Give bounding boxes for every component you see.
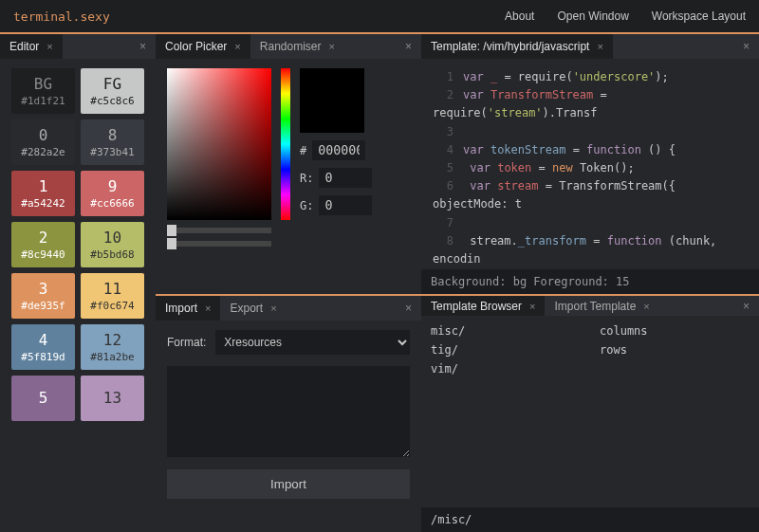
browser-item[interactable]: misc/ [431, 321, 581, 340]
format-label: Format: [167, 336, 206, 349]
close-icon[interactable]: × [329, 41, 335, 52]
swatch-13[interactable]: 13 [81, 376, 144, 421]
panel-close-icon[interactable]: × [733, 300, 759, 313]
swatch-8[interactable]: 8#373b41 [81, 119, 144, 165]
r-input[interactable] [319, 168, 372, 188]
saturation-box[interactable] [167, 68, 271, 220]
code-viewer: 1var _ = require('underscore');2var Tran… [421, 59, 759, 269]
swatch-5[interactable]: 5 [11, 376, 75, 421]
close-icon[interactable]: × [529, 301, 535, 312]
format-select[interactable]: Xresources [215, 330, 410, 355]
status-bar: Background: bg Foreground: 15 [421, 269, 759, 294]
swatch-10[interactable]: 10#b5bd68 [81, 222, 144, 267]
panel-close-icon[interactable]: × [130, 40, 156, 53]
panel-close-icon[interactable]: × [396, 302, 421, 315]
swatch-BG[interactable]: BG#1d1f21 [11, 68, 75, 114]
tab-randomiser[interactable]: Randomiser× [250, 34, 344, 59]
hue-bar[interactable] [281, 68, 290, 220]
tab-template-browser[interactable]: Template Browser× [421, 296, 545, 316]
nav-about[interactable]: About [505, 9, 534, 23]
browser-item[interactable]: rows [600, 340, 750, 359]
swatch-1[interactable]: 1#a54242 [11, 171, 75, 216]
close-icon[interactable]: × [597, 41, 602, 52]
browser-item[interactable]: vim/ [431, 359, 581, 378]
swatch-3[interactable]: 3#de935f [11, 273, 75, 319]
import-button[interactable]: Import [167, 469, 410, 499]
close-icon[interactable]: × [234, 41, 240, 52]
swatch-11[interactable]: 11#f0c674 [81, 273, 144, 319]
nav-workspace-layout[interactable]: Workspace Layout [652, 9, 746, 23]
hex-input[interactable] [312, 140, 365, 160]
panel-close-icon[interactable]: × [733, 40, 759, 53]
tab-import[interactable]: Import× [156, 296, 220, 321]
swatch-9[interactable]: 9#cc6666 [81, 171, 144, 216]
tab-export[interactable]: Export× [220, 296, 286, 321]
close-icon[interactable]: × [643, 301, 649, 312]
swatch-2[interactable]: 2#8c9440 [11, 222, 75, 267]
color-preview [300, 68, 364, 133]
slider-1[interactable] [167, 228, 271, 233]
close-icon[interactable]: × [46, 41, 52, 52]
slider-2[interactable] [167, 241, 271, 247]
import-textarea[interactable] [167, 366, 410, 457]
swatch-4[interactable]: 4#5f819d [11, 324, 75, 370]
browser-path: /misc/ [421, 507, 759, 532]
swatch-0[interactable]: 0#282a2e [11, 119, 75, 165]
tab-import-template[interactable]: Import Template× [545, 296, 658, 316]
close-icon[interactable]: × [270, 303, 276, 314]
close-icon[interactable]: × [205, 303, 211, 314]
brand: terminal.sexy [13, 9, 110, 24]
browser-item[interactable]: columns [600, 321, 750, 340]
nav-open-window[interactable]: Open Window [557, 9, 628, 23]
tab-template[interactable]: Template: /vim/hybrid/javascript× [421, 34, 613, 59]
tab-color-picker[interactable]: Color Picker× [156, 34, 250, 59]
panel-close-icon[interactable]: × [396, 40, 421, 53]
swatch-12[interactable]: 12#81a2be [81, 324, 144, 370]
browser-item[interactable]: tig/ [431, 340, 581, 359]
swatch-FG[interactable]: FG#c5c8c6 [81, 68, 144, 114]
tab-editor[interactable]: Editor× [0, 34, 63, 59]
g-input[interactable] [319, 195, 372, 215]
